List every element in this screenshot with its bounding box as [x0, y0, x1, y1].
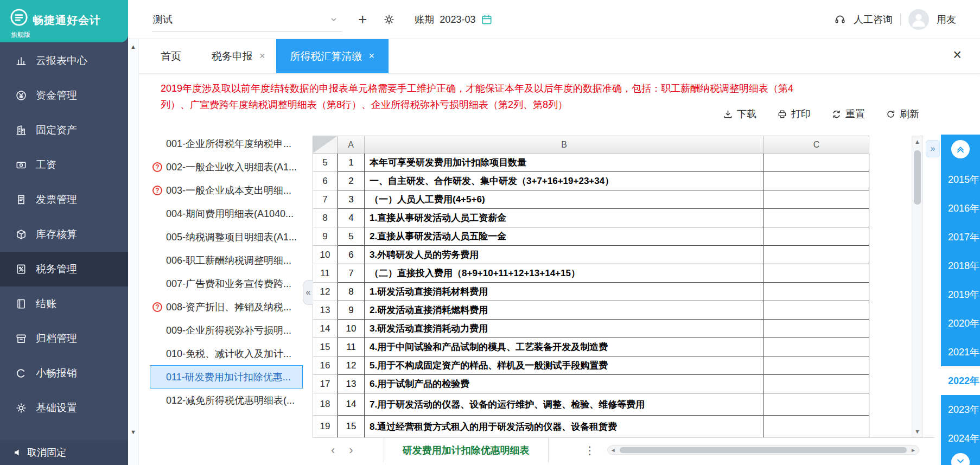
report-list-item[interactable]: 010-免税、减计收入及加计... [150, 342, 303, 365]
add-account-button[interactable]: + [358, 12, 367, 27]
cell-col-c[interactable] [764, 190, 869, 209]
close-page-button[interactable]: × [953, 47, 962, 63]
scroll-down-icon[interactable]: ▼ [912, 428, 922, 435]
sidebar-item-reimburse[interactable]: 小畅报销 [0, 356, 128, 391]
cell-col-a[interactable]: 4 [338, 209, 365, 227]
year-item[interactable]: 2016年 [941, 194, 980, 222]
years-scroll-up-button[interactable] [951, 140, 970, 158]
print-button[interactable]: 打印 [777, 107, 811, 120]
download-button[interactable]: 下载 [723, 107, 756, 120]
year-item[interactable]: 2017年 [941, 222, 980, 251]
cell-col-c[interactable] [764, 301, 869, 320]
cell-col-c[interactable] [764, 338, 869, 356]
support-link[interactable]: 人工咨询 [854, 13, 893, 26]
close-icon[interactable]: × [369, 50, 375, 62]
column-header-c[interactable]: C [764, 136, 869, 154]
workspace-select[interactable]: 测试 [152, 7, 342, 32]
cell-col-b[interactable]: 本年可享受研发费用加计扣除项目数量 [365, 154, 764, 172]
cell-col-c[interactable] [764, 356, 869, 375]
sheet-tab[interactable]: 研发费用加计扣除优惠明细表 [384, 438, 549, 462]
sidebar-item-tax[interactable]: 税务管理 [0, 252, 128, 286]
cell-col-a[interactable]: 14 [338, 393, 365, 416]
cell-col-b[interactable]: 7.用于研发活动的仪器、设备的运行维护、调整、检验、维修等费用 [365, 393, 764, 416]
cell-col-a[interactable]: 5 [338, 227, 365, 246]
tab-income-tax-settlement[interactable]: 所得税汇算清缴 × [276, 39, 389, 73]
avatar[interactable] [908, 9, 929, 30]
expand-panel-button[interactable]: » [926, 140, 940, 157]
sidebar-item-archive[interactable]: 归档管理 [0, 321, 128, 356]
scroll-right-icon[interactable]: ► [911, 447, 916, 453]
report-list-item[interactable]: 006-职工薪酬纳税调整明细... [150, 249, 303, 272]
row-number-cell[interactable]: 11 [313, 264, 338, 283]
row-number-cell[interactable]: 9 [313, 227, 338, 246]
cell-col-c[interactable] [764, 320, 869, 338]
row-number-cell[interactable]: 14 [313, 320, 338, 338]
period-picker[interactable]: 账期 2023-03 [415, 13, 493, 26]
cell-col-c[interactable] [764, 172, 869, 190]
row-number-cell[interactable]: 5 [313, 154, 338, 172]
report-list-item[interactable]: 004-期间费用明细表(A1040... [150, 202, 303, 225]
row-number-cell[interactable]: 17 [313, 375, 338, 393]
year-item[interactable]: 2023年 [941, 395, 980, 424]
cell-col-c[interactable] [764, 227, 869, 246]
select-all-corner-cell[interactable] [313, 136, 338, 154]
sidebar-item-cloud-reports[interactable]: 云报表中心 [0, 43, 128, 78]
tab-tax-filing[interactable]: 税务申报 × [212, 39, 265, 73]
cell-col-b[interactable]: 3.外聘研发人员的劳务费用 [365, 246, 764, 264]
cell-col-c[interactable] [764, 264, 869, 283]
user-menu[interactable]: 用友 [937, 13, 956, 26]
column-header-b[interactable]: B [365, 136, 764, 154]
settings-gear-icon[interactable] [383, 14, 395, 26]
report-list-item[interactable]: 003-一般企业成本支出明细... [150, 179, 303, 202]
cell-col-b[interactable]: 6.用于试制产品的检验费 [365, 375, 764, 393]
year-item[interactable]: 2024年 [941, 424, 980, 453]
scroll-down-icon[interactable]: ▼ [128, 429, 138, 435]
cell-col-b[interactable]: 1.研发活动直接消耗材料费用 [365, 283, 764, 301]
scrollbar-thumb[interactable] [620, 447, 907, 453]
report-list-item[interactable]: 012-减免所得税优惠明细表(... [150, 388, 303, 412]
kebab-menu-icon[interactable]: ⋮ [584, 444, 595, 457]
year-item[interactable]: 2022年 [941, 366, 980, 395]
reset-button[interactable]: 重置 [831, 107, 865, 120]
report-list-item[interactable]: 005-纳税调整项目明细表(A1... [150, 225, 303, 249]
row-number-cell[interactable]: 15 [313, 338, 338, 356]
cell-col-c[interactable] [764, 375, 869, 393]
cell-col-a[interactable]: 15 [338, 416, 365, 438]
scroll-up-icon[interactable]: ▲ [128, 43, 138, 50]
row-number-cell[interactable]: 8 [313, 209, 338, 227]
sidebar-item-inventory[interactable]: 库存核算 [0, 217, 128, 252]
years-scroll-down-button[interactable] [951, 453, 970, 465]
collapse-panel-handle[interactable]: « [303, 280, 313, 305]
year-item[interactable]: 2015年 [941, 165, 980, 194]
report-list-item[interactable]: 002-一般企业收入明细表(A1... [150, 155, 303, 179]
sidebar-item-payroll[interactable]: 工资 [0, 148, 128, 182]
cell-col-a[interactable]: 8 [338, 283, 365, 301]
horizontal-scrollbar[interactable]: ◄ ► [607, 445, 919, 455]
year-item[interactable]: 2021年 [941, 337, 980, 366]
cell-col-b[interactable]: 2.直接从事研发活动人员五险一金 [365, 227, 764, 246]
report-list-item[interactable]: 001-企业所得税年度纳税申... [150, 132, 303, 155]
cell-col-c[interactable] [764, 209, 869, 227]
cell-col-c[interactable] [764, 416, 869, 438]
cell-col-a[interactable]: 12 [338, 356, 365, 375]
cell-col-a[interactable]: 13 [338, 375, 365, 393]
vertical-scrollbar[interactable]: ▲ ▼ [912, 136, 923, 437]
report-list-item[interactable]: 007-广告费和业务宣传费跨... [150, 272, 303, 295]
year-item[interactable]: 2020年 [941, 309, 980, 337]
cell-col-b[interactable]: 2.研发活动直接消耗燃料费用 [365, 301, 764, 320]
column-header-a[interactable]: A [338, 136, 365, 154]
cell-col-a[interactable]: 7 [338, 264, 365, 283]
cell-col-a[interactable]: 3 [338, 190, 365, 209]
year-item[interactable]: 2019年 [941, 280, 980, 309]
cell-col-a[interactable]: 10 [338, 320, 365, 338]
refresh-button[interactable]: 刷新 [886, 107, 919, 120]
cell-col-c[interactable] [764, 246, 869, 264]
row-number-cell[interactable]: 18 [313, 393, 338, 416]
row-number-cell[interactable]: 12 [313, 283, 338, 301]
sidebar-item-settings[interactable]: 基础设置 [0, 391, 128, 425]
cell-col-b[interactable]: （一）人员人工费用(4+5+6) [365, 190, 764, 209]
cell-col-b[interactable]: 5.用于不构成固定资产的样品、样机及一般测试手段购置费 [365, 356, 764, 375]
cell-col-b[interactable]: 一、自主研发、合作研发、集中研发（3+7+16+19+23+34） [365, 172, 764, 190]
row-number-cell[interactable]: 13 [313, 301, 338, 320]
next-sheet-icon[interactable]: › [349, 443, 353, 457]
